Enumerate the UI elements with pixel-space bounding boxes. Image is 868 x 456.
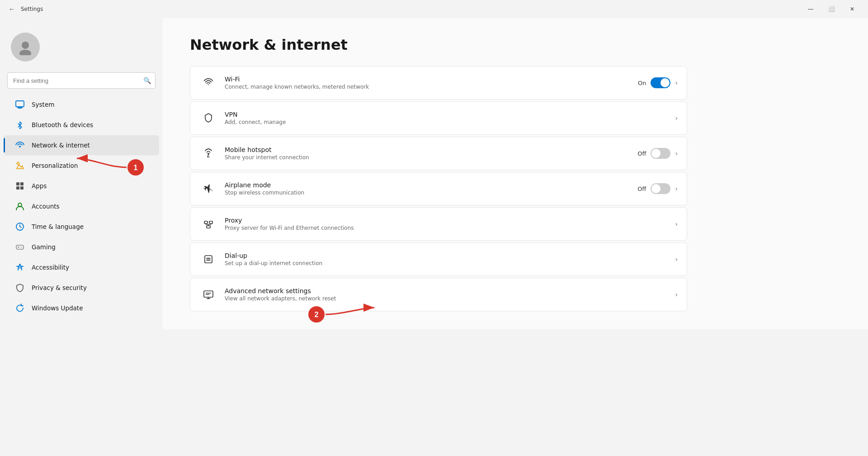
vpn-setting-desc: Add, connect, manage	[225, 119, 668, 125]
airplane-setting-desc: Stop wireless communication	[225, 190, 630, 196]
system-nav-icon	[14, 99, 25, 110]
svg-point-28	[207, 258, 208, 259]
main-content: Network & internet Wi-FiConnect, manage …	[163, 18, 868, 329]
vpn-setting-action: ›	[675, 114, 678, 122]
svg-point-33	[209, 260, 211, 261]
setting-row-vpn[interactable]: VPNAdd, connect, manage›	[190, 101, 687, 135]
sidebar-item-accounts[interactable]: Accounts	[4, 196, 159, 216]
proxy-setting-name: Proxy	[225, 217, 668, 224]
svg-rect-7	[16, 182, 19, 185]
apps-nav-icon	[14, 180, 25, 191]
personalization-nav-icon	[14, 160, 25, 171]
vpn-setting-name: VPN	[225, 111, 668, 118]
hotspot-chevron-icon: ›	[675, 150, 678, 157]
sidebar-item-label-gaming: Gaming	[32, 243, 56, 251]
proxy-setting-icon	[199, 215, 217, 233]
svg-rect-27	[205, 256, 212, 263]
dialup-setting-desc: Set up a dial-up internet connection	[225, 260, 668, 266]
dialup-setting-icon	[199, 250, 217, 268]
hotspot-setting-desc: Share your internet connection	[225, 154, 630, 161]
svg-rect-2	[16, 101, 24, 107]
setting-row-dialup[interactable]: Dial-upSet up a dial-up internet connect…	[190, 242, 687, 276]
sidebar-item-label-time: Time & language	[32, 223, 84, 230]
wifi-toggle[interactable]	[651, 77, 670, 88]
proxy-setting-action: ›	[675, 220, 678, 228]
airplane-setting-name: Airplane mode	[225, 181, 630, 189]
hotspot-setting-icon	[199, 144, 217, 162]
sidebar-item-personalization[interactable]: Personalization	[4, 156, 159, 176]
vpn-setting-text: VPNAdd, connect, manage	[225, 111, 668, 125]
wifi-setting-desc: Connect, manage known networks, metered …	[225, 84, 631, 90]
setting-row-airplane[interactable]: Airplane modeStop wireless communication…	[190, 172, 687, 205]
wifi-setting-name: Wi-Fi	[225, 76, 631, 83]
airplane-setting-icon	[199, 180, 217, 198]
avatar	[11, 33, 40, 62]
svg-rect-8	[20, 182, 24, 185]
airplane-toggle[interactable]	[651, 183, 670, 194]
minimize-button[interactable]: —	[800, 2, 821, 16]
vpn-setting-icon	[199, 109, 217, 127]
sidebar-item-apps[interactable]: Apps	[4, 176, 159, 196]
airplane-toggle-knob	[651, 184, 660, 193]
accessibility-nav-icon	[14, 262, 25, 273]
svg-point-18	[19, 264, 21, 266]
setting-row-wifi[interactable]: Wi-FiConnect, manage known networks, met…	[190, 66, 687, 100]
sidebar-item-network[interactable]: Network & internet	[4, 135, 159, 155]
main-wrapper: Network & internet Wi-FiConnect, manage …	[163, 18, 868, 456]
dialup-setting-name: Dial-up	[225, 252, 668, 259]
search-box: 🔍	[7, 72, 156, 89]
svg-point-30	[209, 258, 211, 259]
sidebar-item-bluetooth[interactable]: Bluetooth & devices	[4, 115, 159, 135]
vpn-chevron-icon: ›	[675, 114, 678, 122]
airplane-setting-text: Airplane modeStop wireless communication	[225, 181, 630, 196]
close-button[interactable]: ✕	[842, 2, 863, 16]
sidebar-item-system[interactable]: System	[4, 95, 159, 114]
sidebar-item-label-system: System	[32, 101, 54, 108]
svg-point-0	[22, 42, 29, 49]
sidebar-item-accessibility[interactable]: Accessibility	[4, 257, 159, 277]
page-title: Network & internet	[190, 36, 841, 53]
hotspot-setting-name: Mobile hotspot	[225, 146, 630, 153]
gaming-nav-icon	[14, 242, 25, 252]
setting-row-proxy[interactable]: ProxyProxy server for Wi-Fi and Ethernet…	[190, 207, 687, 241]
proxy-setting-text: ProxyProxy server for Wi-Fi and Ethernet…	[225, 217, 668, 231]
sidebar-item-gaming[interactable]: Gaming	[4, 237, 159, 257]
hotspot-setting-action: Off›	[637, 148, 678, 159]
advanced-setting-name: Advanced network settings	[225, 287, 668, 294]
svg-rect-10	[20, 186, 24, 190]
advanced-setting-icon	[199, 285, 217, 304]
airplane-setting-action: Off›	[637, 183, 678, 194]
sidebar-item-label-accessibility: Accessibility	[32, 264, 69, 271]
svg-rect-13	[16, 245, 24, 249]
svg-point-16	[21, 247, 22, 247]
sidebar-item-privacy[interactable]: Privacy & security	[4, 278, 159, 298]
sidebar-item-label-apps: Apps	[32, 182, 47, 190]
accounts-nav-icon	[14, 201, 25, 212]
setting-row-hotspot[interactable]: Mobile hotspotShare your internet connec…	[190, 137, 687, 170]
sidebar-item-label-personalization: Personalization	[32, 162, 78, 169]
profile-section	[0, 25, 163, 72]
search-input[interactable]	[7, 72, 156, 89]
setting-row-advanced[interactable]: Advanced network settingsView all networ…	[190, 278, 687, 311]
sidebar-item-label-update: Windows Update	[32, 304, 83, 312]
hotspot-toggle-knob	[651, 149, 660, 158]
app-body: 🔍 SystemBluetooth & devicesNetwork & int…	[0, 18, 868, 456]
wifi-setting-action: On›	[638, 77, 678, 88]
maximize-button[interactable]: ⬜	[821, 2, 842, 16]
privacy-nav-icon	[14, 282, 25, 293]
settings-list: Wi-FiConnect, manage known networks, met…	[190, 66, 687, 311]
svg-point-1	[19, 50, 31, 55]
sidebar: 🔍 SystemBluetooth & devicesNetwork & int…	[0, 18, 163, 456]
airplane-toggle-label: Off	[637, 185, 646, 192]
svg-rect-20	[204, 221, 208, 223]
hotspot-toggle-label: Off	[637, 150, 646, 157]
sidebar-item-label-network: Network & internet	[32, 142, 90, 149]
sidebar-item-time[interactable]: Time & language	[4, 217, 159, 237]
wifi-toggle-knob	[660, 78, 670, 87]
sidebar-item-update[interactable]: Windows Update	[4, 298, 159, 318]
hotspot-setting-text: Mobile hotspotShare your internet connec…	[225, 146, 630, 161]
hotspot-toggle[interactable]	[651, 148, 670, 159]
back-button[interactable]: ←	[5, 3, 18, 15]
advanced-chevron-icon: ›	[675, 291, 678, 298]
advanced-setting-desc: View all network adapters, network reset	[225, 295, 668, 302]
